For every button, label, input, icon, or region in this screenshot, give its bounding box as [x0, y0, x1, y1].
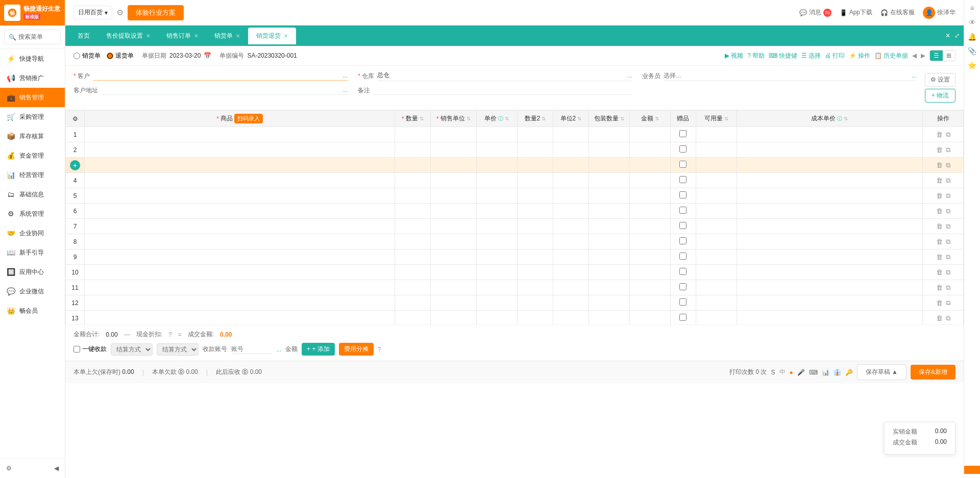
qty-cell[interactable] [395, 311, 430, 325]
gift-checkbox[interactable] [679, 130, 687, 137]
toolbar-icon-1[interactable]: S [771, 369, 775, 376]
amount-sort-icon[interactable]: ⇅ [655, 116, 659, 121]
gift-checkbox[interactable] [679, 207, 687, 214]
calc-select[interactable]: 结算方式 [157, 343, 199, 356]
cost-price-cell[interactable] [737, 234, 922, 249]
available-cell[interactable] [696, 280, 737, 295]
sidebar-item-inventory[interactable]: 📦 库存核算 [0, 127, 65, 146]
qty2-cell[interactable] [517, 142, 553, 158]
copy-row-btn[interactable]: ⧉ [946, 207, 950, 215]
copy-row-btn[interactable]: ⧉ [946, 268, 950, 276]
delete-row-btn[interactable]: 🗑 [936, 238, 943, 246]
product-cell[interactable] [85, 188, 395, 204]
gift-checkbox[interactable] [679, 314, 687, 321]
copy-row-btn[interactable]: ⧉ [946, 222, 950, 231]
customer-input[interactable] [93, 72, 340, 79]
pkg-qty-cell[interactable] [589, 204, 629, 219]
qty-cell[interactable] [395, 280, 430, 295]
unit-price-cell[interactable] [476, 204, 517, 219]
module-select[interactable]: 日用百货 ▾ [74, 6, 112, 19]
delete-row-btn[interactable]: 🗑 [936, 207, 943, 215]
toolbar-icon-8[interactable]: 🔑 [845, 369, 853, 376]
unit-price-info-icon[interactable]: ⓘ [498, 115, 503, 122]
operate-btn[interactable]: ⚡ 操作 [849, 52, 870, 60]
customer-service-button[interactable]: 🎧 在线客服 [880, 8, 915, 17]
available-cell[interactable] [696, 295, 737, 311]
copy-row-btn[interactable]: ⧉ [946, 238, 950, 246]
unit-price-cell[interactable] [476, 158, 517, 173]
tab-sale-return[interactable]: 销货退货 ✕ [248, 28, 296, 44]
amount-cell[interactable] [629, 188, 670, 204]
unit2-cell[interactable] [553, 265, 589, 280]
unit2-cell[interactable] [553, 188, 589, 204]
salesperson-dots[interactable]: ... [912, 72, 917, 79]
product-cell[interactable] [85, 234, 395, 249]
delete-row-btn[interactable]: 🗑 [936, 146, 943, 154]
gift-checkbox[interactable] [679, 283, 687, 290]
pkg-qty-cell[interactable] [589, 249, 629, 265]
topbar-gear-icon[interactable]: ⚙ [116, 8, 124, 17]
product-cell[interactable] [85, 280, 395, 295]
gift-cell[interactable] [670, 280, 696, 295]
tab-sale-order-close[interactable]: ✕ [194, 33, 198, 39]
gift-cell[interactable] [670, 265, 696, 280]
gift-checkbox[interactable] [679, 253, 687, 260]
toolbar-icon-4[interactable]: 🎤 [797, 369, 805, 376]
qty-cell[interactable] [395, 219, 430, 234]
cost-price-cell[interactable] [737, 127, 922, 142]
qty-cell[interactable] [395, 188, 430, 204]
amount-cell[interactable] [629, 204, 670, 219]
gift-cell[interactable] [670, 127, 696, 142]
delete-row-btn[interactable]: 🗑 [936, 253, 943, 261]
sale-unit-cell[interactable] [430, 219, 476, 234]
gift-cell[interactable] [670, 142, 696, 158]
qty-cell[interactable] [395, 204, 430, 219]
warehouse-dots[interactable]: ... [627, 72, 632, 79]
amount-cell[interactable] [629, 142, 670, 158]
copy-row-btn[interactable]: ⧉ [946, 192, 950, 200]
delete-row-btn[interactable]: 🗑 [936, 268, 943, 276]
tab-sale-return-close[interactable]: ✕ [284, 33, 288, 39]
cost-price-cell[interactable] [737, 173, 922, 188]
amount-cell[interactable] [629, 219, 670, 234]
gift-checkbox[interactable] [679, 145, 687, 153]
cost-price-cell[interactable] [737, 295, 922, 311]
account-input[interactable] [231, 344, 272, 354]
right-icon-1[interactable]: ≡ [970, 4, 974, 12]
available-cell[interactable] [696, 188, 737, 204]
qty-cell[interactable] [395, 127, 430, 142]
product-input[interactable] [89, 162, 390, 169]
sale-unit-cell[interactable] [430, 158, 476, 173]
table-settings-icon[interactable]: ⚙ [72, 115, 78, 122]
experience-button[interactable]: 体验行业方案 [128, 5, 184, 20]
amount-cell[interactable] [629, 311, 670, 325]
shortcut-btn[interactable]: ⌨ 快捷键 [769, 52, 797, 60]
th-settings[interactable]: ⚙ [66, 111, 85, 127]
cost-price-sort-icon[interactable]: ⇅ [844, 116, 848, 121]
account-dots[interactable]: ... [276, 346, 281, 353]
product-cell[interactable] [85, 295, 395, 311]
available-cell[interactable] [696, 249, 737, 265]
pkg-qty-cell[interactable] [589, 280, 629, 295]
save-new-btn[interactable]: 保存&新增 [911, 365, 955, 380]
sidebar-item-quicknav[interactable]: ⚡ 快捷导航 [0, 49, 65, 68]
gift-checkbox[interactable] [679, 268, 687, 275]
sidebar-item-system[interactable]: ⚙ 系统管理 [0, 204, 65, 223]
cost-price-info-icon[interactable]: ⓘ [837, 115, 842, 122]
gift-cell[interactable] [670, 295, 696, 311]
gift-checkbox[interactable] [679, 298, 687, 306]
qty2-sort-icon[interactable]: ⇅ [542, 116, 546, 121]
product-cell[interactable] [85, 219, 395, 234]
tab-expand-icon[interactable]: ⤢ [954, 32, 960, 39]
product-cell[interactable] [85, 158, 395, 173]
right-icon-3[interactable]: 🔔 [968, 33, 976, 41]
gift-cell[interactable] [670, 234, 696, 249]
cost-price-cell[interactable] [737, 204, 922, 219]
gift-checkbox[interactable] [679, 237, 687, 244]
app-download-button[interactable]: 📱 App下载 [840, 8, 872, 17]
qty-cell[interactable] [395, 158, 430, 173]
unit2-cell[interactable] [553, 234, 589, 249]
pkg-qty-cell[interactable] [589, 158, 629, 173]
cost-price-cell[interactable] [737, 142, 922, 158]
unit2-cell[interactable] [553, 219, 589, 234]
